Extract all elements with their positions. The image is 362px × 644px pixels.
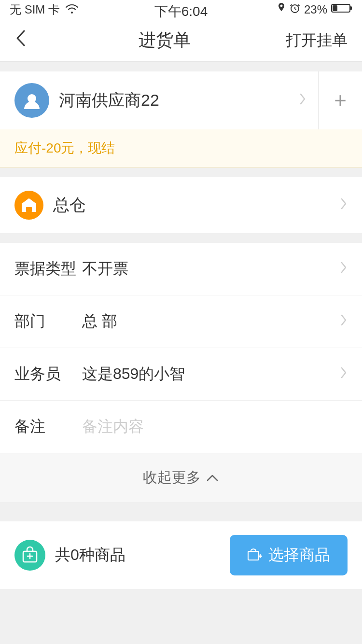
salesman-label: 业务员 xyxy=(14,364,82,385)
salesman-value: 这是859的小智 xyxy=(82,364,335,385)
select-product-label: 选择商品 xyxy=(268,545,330,566)
nav-bar: 进货单 打开挂单 xyxy=(0,19,362,62)
invoice-type-chevron-icon xyxy=(340,261,348,278)
remark-label: 备注 xyxy=(14,416,82,437)
collapse-row[interactable]: 收起更多 xyxy=(0,453,362,502)
svg-rect-7 xyxy=(26,207,32,212)
salesman-chevron-icon xyxy=(340,366,348,383)
svg-rect-9 xyxy=(248,551,259,560)
form-section: 票据类型 不开票 部门 总 部 业务员 这是859的小智 备注 备注内容 xyxy=(0,243,362,453)
warehouse-icon xyxy=(14,191,43,220)
invoice-type-label: 票据类型 xyxy=(14,258,82,280)
svg-rect-5 xyxy=(333,5,337,11)
supplier-section: 河南供应商22 + xyxy=(0,71,362,129)
status-bar: 无 SIM 卡 下午6:04 23% xyxy=(0,0,362,19)
supplier-name: 河南供应商22 xyxy=(59,89,287,112)
department-row[interactable]: 部门 总 部 xyxy=(0,295,362,348)
department-label: 部门 xyxy=(14,311,82,332)
location-icon xyxy=(277,3,286,16)
bottom-section: 共0种商品 选择商品 xyxy=(0,521,362,589)
department-value: 总 部 xyxy=(82,311,335,332)
svg-rect-4 xyxy=(350,6,352,10)
carrier-label: 无 SIM 卡 xyxy=(10,2,60,17)
status-right: 23% xyxy=(277,3,352,16)
battery-icon xyxy=(331,3,352,16)
status-left: 无 SIM 卡 xyxy=(10,2,79,17)
alarm-icon xyxy=(290,3,300,16)
warehouse-row[interactable]: 总仓 xyxy=(0,177,362,233)
open-pending-button[interactable]: 打开挂单 xyxy=(286,30,348,51)
select-product-button[interactable]: 选择商品 xyxy=(230,535,348,575)
back-button[interactable] xyxy=(14,29,43,52)
section-gap-1 xyxy=(0,62,362,71)
wifi-icon xyxy=(65,3,79,16)
warehouse-name: 总仓 xyxy=(53,194,340,216)
supplier-main[interactable]: 河南供应商22 xyxy=(0,71,319,129)
status-time: 下午6:04 xyxy=(154,2,208,21)
section-gap-2 xyxy=(0,502,362,512)
product-count-label: 共0种商品 xyxy=(55,545,220,566)
salesman-row[interactable]: 业务员 这是859的小智 xyxy=(0,348,362,401)
add-supplier-button[interactable]: + xyxy=(319,71,362,129)
battery-label: 23% xyxy=(304,3,327,16)
product-icon xyxy=(14,540,45,571)
page-title: 进货单 xyxy=(139,28,191,52)
collapse-label: 收起更多 xyxy=(143,468,201,488)
notice-text: 应付-20元，现结 xyxy=(14,140,115,155)
invoice-type-row[interactable]: 票据类型 不开票 xyxy=(0,243,362,295)
remark-row[interactable]: 备注 备注内容 xyxy=(0,401,362,453)
collapse-icon xyxy=(206,470,219,486)
remark-placeholder: 备注内容 xyxy=(82,416,348,437)
notice-banner: 应付-20元，现结 xyxy=(0,129,362,168)
department-chevron-icon xyxy=(340,313,348,330)
supplier-chevron-icon xyxy=(287,92,318,109)
warehouse-chevron-icon xyxy=(340,197,348,214)
invoice-type-value: 不开票 xyxy=(82,258,335,280)
supplier-avatar xyxy=(14,83,49,118)
